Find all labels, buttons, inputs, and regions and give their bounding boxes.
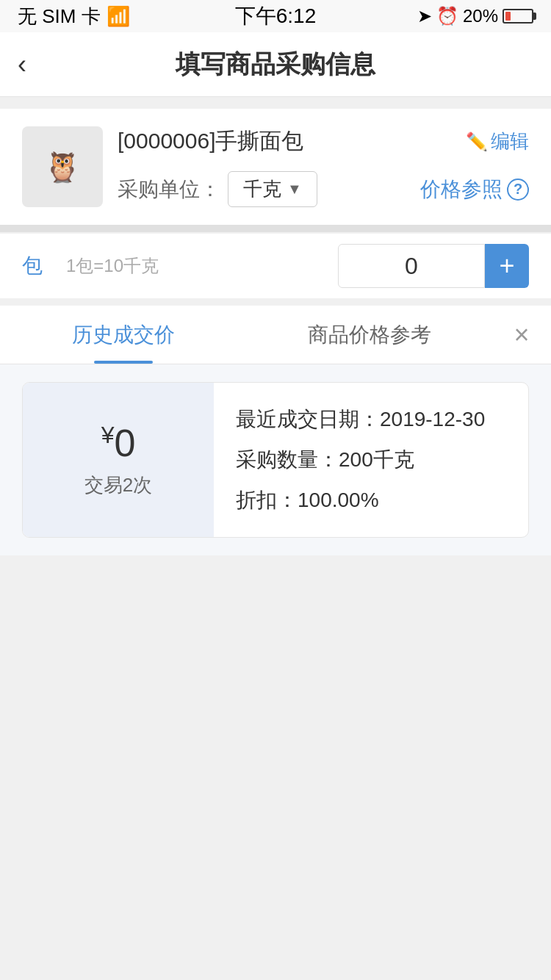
product-image: 🦉	[22, 126, 103, 207]
alarm-icon: ⏰	[436, 6, 458, 26]
battery-icon	[503, 9, 533, 24]
battery-percent: 20%	[463, 6, 498, 26]
price-ref-label: 价格参照	[420, 176, 503, 203]
status-time: 下午6:12	[235, 2, 317, 30]
tab-price-ref-label: 商品价格参考	[308, 321, 431, 349]
back-button[interactable]: ‹	[18, 49, 26, 80]
unit-label: 采购单位：	[118, 176, 220, 203]
product-card: 🦉 [0000006]手撕面包 ✏️ 编辑 采购单位： 千克 ▼	[0, 109, 551, 225]
history-card: ¥0 交易2次 最近成交日期：2019-12-30 采购数量：200千克 折扣：…	[22, 382, 529, 538]
tab-price-ref[interactable]: 商品价格参考	[246, 306, 492, 364]
info-icon: ?	[507, 179, 529, 201]
product-info-top: [0000006]手撕面包 ✏️ 编辑	[118, 126, 529, 156]
quantity-hint: 1包=10千克	[66, 254, 159, 278]
history-quantity-row: 采购数量：200千克	[236, 445, 506, 474]
quantity-input[interactable]	[338, 244, 485, 288]
nav-bar: ‹ 填写商品采购信息	[0, 32, 551, 97]
quantity-input-area: +	[173, 244, 529, 288]
carrier-label: 无 SIM 卡	[18, 4, 101, 29]
discount-label: 折扣：	[236, 489, 298, 511]
product-header: 🦉 [0000006]手撕面包 ✏️ 编辑 采购单位： 千克 ▼	[22, 126, 529, 207]
unit-select[interactable]: 千克 ▼	[228, 171, 317, 207]
history-price: ¥0	[101, 421, 136, 465]
status-bar: 无 SIM 卡 📶 下午6:12 ➤ ⏰ 20%	[0, 0, 551, 32]
edit-button[interactable]: ✏️ 编辑	[466, 129, 529, 154]
product-unit-row: 采购单位： 千克 ▼ 价格参照 ?	[118, 171, 529, 207]
history-discount-row: 折扣：100.00%	[236, 486, 506, 514]
qty-label: 采购数量：	[236, 448, 339, 471]
history-right: 最近成交日期：2019-12-30 采购数量：200千克 折扣：100.00%	[214, 383, 528, 537]
dropdown-arrow-icon: ▼	[287, 181, 302, 198]
status-left: 无 SIM 卡 📶	[18, 4, 130, 29]
edit-label: 编辑	[491, 129, 529, 154]
tabs-panel: 历史成交价 商品价格参考 × ¥0 交易2次 最近成交日期：2019-12-30…	[0, 306, 551, 555]
tab-close-button[interactable]: ×	[492, 320, 551, 350]
location-icon: ➤	[417, 6, 432, 26]
date-label: 最近成交日期：	[236, 408, 380, 430]
history-date-row: 最近成交日期：2019-12-30	[236, 405, 506, 433]
quantity-unit: 包	[22, 252, 51, 280]
quantity-plus-button[interactable]: +	[485, 244, 529, 288]
edit-icon: ✏️	[466, 131, 488, 152]
price-ref-button[interactable]: 价格参照 ?	[420, 176, 529, 203]
history-transactions: 交易2次	[84, 472, 152, 498]
status-right: ➤ ⏰ 20%	[417, 6, 533, 26]
price-symbol: ¥	[101, 422, 115, 448]
discount-value: 100.00%	[298, 489, 379, 511]
date-value: 2019-12-30	[380, 408, 485, 430]
quantity-row: 包 1包=10千克 +	[0, 234, 551, 298]
history-content: ¥0 交易2次 最近成交日期：2019-12-30 采购数量：200千克 折扣：…	[0, 364, 551, 555]
qty-value: 200千克	[339, 448, 414, 471]
price-value: 0	[114, 422, 135, 464]
wifi-icon: 📶	[107, 5, 130, 28]
tab-history[interactable]: 历史成交价	[0, 306, 246, 364]
tab-underline	[94, 361, 153, 364]
owl-icon: 🦉	[44, 150, 81, 184]
unit-value: 千克	[243, 176, 281, 202]
tab-history-label: 历史成交价	[72, 321, 175, 349]
history-left: ¥0 交易2次	[23, 383, 214, 537]
product-info: [0000006]手撕面包 ✏️ 编辑 采购单位： 千克 ▼ 价格参照 ?	[118, 126, 529, 207]
page-title: 填写商品采购信息	[176, 48, 375, 82]
product-name: [0000006]手撕面包	[118, 126, 303, 156]
tabs-header: 历史成交价 商品价格参考 ×	[0, 306, 551, 364]
divider	[0, 225, 551, 232]
